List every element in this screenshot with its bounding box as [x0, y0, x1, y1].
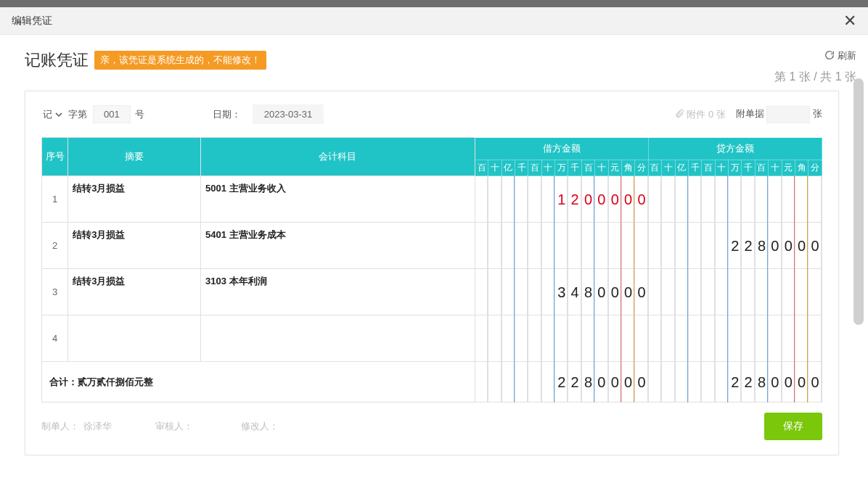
digit-cell	[488, 223, 501, 269]
maker-value: 徐泽华	[83, 420, 112, 433]
digit-header: 万	[555, 160, 568, 176]
save-button[interactable]: 保存	[764, 413, 822, 440]
digit-cell	[635, 223, 648, 269]
digit-cell	[675, 362, 688, 402]
digit-cell: 0	[635, 176, 648, 223]
digit-cell	[541, 269, 554, 315]
digit-cell: 2	[568, 362, 581, 402]
cell-summary[interactable]: 结转3月损益	[68, 176, 201, 223]
cell-summary[interactable]	[68, 315, 201, 362]
cell-account[interactable]: 3103 本年利润	[201, 269, 475, 315]
digit-cell	[742, 176, 755, 223]
digit-cell	[702, 362, 715, 402]
digit-header: 十	[595, 160, 608, 176]
digit-cell: 0	[608, 176, 621, 223]
digit-cell: 8	[581, 269, 594, 315]
page-title: 记账凭证	[25, 49, 89, 71]
digit-header: 百	[648, 160, 661, 176]
dialog-titlebar: 编辑凭证 ✕	[0, 7, 868, 35]
digit-cell: 0	[782, 362, 795, 402]
digit-cell	[769, 269, 782, 315]
digit-cell	[648, 176, 661, 223]
digit-header: 十	[488, 160, 501, 176]
scrollbar-thumb[interactable]	[853, 78, 864, 325]
digit-header: 百	[475, 160, 488, 176]
digit-cell: 0	[635, 362, 648, 402]
digit-cell: 2	[729, 223, 742, 269]
digit-cell	[729, 315, 742, 362]
digit-cell: 0	[635, 269, 648, 315]
digit-cell	[488, 315, 501, 362]
digit-header: 角	[795, 160, 808, 176]
digit-cell	[515, 315, 528, 362]
digit-cell: 1	[555, 176, 568, 223]
table-row[interactable]: 3结转3月损益3103 本年利润3480000	[42, 269, 822, 315]
digit-header: 亿	[675, 160, 688, 176]
digit-cell: 0	[769, 223, 782, 269]
cell-summary[interactable]: 结转3月损益	[68, 223, 201, 269]
digit-cell	[501, 269, 515, 315]
table-row[interactable]: 4	[42, 315, 822, 362]
digit-cell	[662, 223, 675, 269]
digit-cell: 0	[782, 223, 795, 269]
digit-header: 百	[702, 160, 715, 176]
digit-header: 亿	[501, 160, 515, 176]
digit-header: 百	[528, 160, 541, 176]
attachment-link[interactable]: 附件 0 张	[674, 108, 726, 121]
digit-cell	[528, 362, 541, 402]
cell-seq: 1	[42, 176, 68, 223]
digit-cell	[501, 176, 515, 223]
digit-cell	[769, 315, 782, 362]
cell-seq: 3	[42, 269, 68, 315]
digit-cell	[688, 269, 701, 315]
table-row[interactable]: 2结转3月损益5401 主营业务成本2280000	[42, 223, 822, 269]
digit-cell	[702, 223, 715, 269]
attach-doc-label: 附单据	[736, 108, 764, 119]
close-icon[interactable]: ✕	[839, 10, 861, 32]
digit-cell	[501, 362, 515, 402]
voucher-meta-row: 记 字第 001 号 日期： 2023-03-31 附件 0 张 附单据	[41, 104, 822, 124]
cell-account[interactable]: 5001 主营业务收入	[201, 176, 475, 223]
digit-header: 元	[782, 160, 795, 176]
table-row[interactable]: 1结转3月损益5001 主营业务收入1200000	[42, 176, 822, 223]
attach-doc-unit: 张	[813, 108, 822, 119]
digit-header: 千	[742, 160, 755, 176]
cell-seq: 4	[42, 315, 68, 362]
refresh-button[interactable]: 刷新	[824, 50, 856, 61]
digit-cell: 0	[808, 223, 822, 269]
digit-cell: 8	[581, 362, 594, 402]
digit-cell	[541, 223, 554, 269]
cell-summary[interactable]: 结转3月损益	[68, 269, 201, 315]
voucher-card: 记 字第 001 号 日期： 2023-03-31 附件 0 张 附单据	[25, 91, 839, 455]
voucher-number-input[interactable]: 001	[93, 105, 131, 123]
digit-cell	[621, 315, 634, 362]
th-seq: 序号	[42, 138, 68, 176]
digit-cell: 3	[555, 269, 568, 315]
digit-header: 角	[621, 160, 634, 176]
digit-header: 百	[755, 160, 768, 176]
digit-cell	[501, 223, 515, 269]
digit-cell	[555, 315, 568, 362]
digit-cell	[688, 315, 701, 362]
attach-doc-input[interactable]	[766, 106, 810, 123]
total-label: 合计：贰万贰仟捌佰元整	[42, 362, 475, 402]
cell-account[interactable]	[201, 315, 475, 362]
digit-cell	[648, 362, 661, 402]
digit-cell	[795, 315, 808, 362]
digit-cell	[635, 315, 648, 362]
digit-header: 千	[568, 160, 581, 176]
date-label: 日期：	[213, 108, 241, 121]
maker-label: 制单人：	[41, 420, 79, 433]
digit-cell	[475, 223, 488, 269]
scrollbar-track[interactable]	[853, 35, 864, 470]
date-input[interactable]: 2023-03-31	[253, 104, 324, 124]
cell-account[interactable]: 5401 主营业务成本	[201, 223, 475, 269]
digit-cell: 8	[755, 362, 768, 402]
digit-cell	[715, 362, 728, 402]
th-debit: 借方金额	[475, 138, 648, 160]
voucher-type-dropdown[interactable]: 记	[41, 107, 64, 123]
digit-cell	[568, 223, 581, 269]
digit-header: 分	[635, 160, 648, 176]
digit-cell	[555, 223, 568, 269]
digit-cell	[675, 269, 688, 315]
